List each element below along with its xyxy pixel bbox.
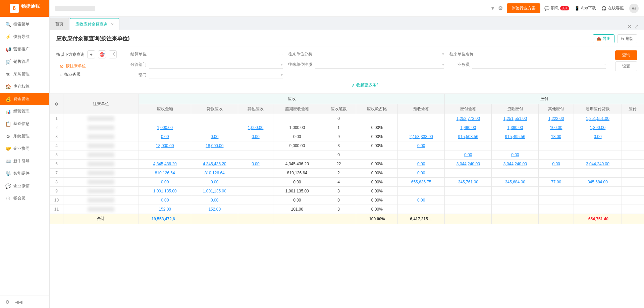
table-cell[interactable] (238, 196, 273, 205)
table-cell[interactable] (492, 196, 539, 205)
tab-close-icon[interactable]: × (111, 21, 114, 27)
table-cell[interactable]: 2,153,333.00 (398, 132, 445, 141)
cell-link[interactable]: 1,001,135.00 (153, 189, 177, 193)
table-cell[interactable]: 0.00 (574, 132, 622, 141)
sidebar-item-11[interactable]: 📖新手引导 (0, 155, 49, 167)
table-cell[interactable]: 0.00 (238, 132, 273, 141)
cell-link[interactable]: 100.00 (550, 125, 562, 130)
table-cell[interactable]: 18,000.00 (191, 141, 238, 150)
sidebar-item-10[interactable]: 🤝企业协同 (0, 142, 49, 155)
sidebar-item-5[interactable]: 🏠库存核算 (0, 80, 49, 93)
table-cell[interactable] (539, 187, 574, 196)
table-cell[interactable]: 345,684.00 (492, 178, 539, 187)
salesman-dots-icon[interactable]: ··· (602, 62, 606, 67)
sidebar-item-13[interactable]: 💬企业微信 (0, 180, 49, 192)
table-cell[interactable]: 0.00 (191, 178, 238, 187)
cell-link[interactable]: 4,345,436.20 (153, 162, 177, 166)
table-cell[interactable]: 0.00 (398, 141, 445, 150)
table-cell[interactable] (398, 114, 445, 123)
cell-link[interactable]: 3,044,240.00 (457, 162, 480, 166)
table-cell[interactable]: 0.00 (492, 150, 539, 160)
cell-link[interactable]: 0.00 (417, 198, 425, 203)
set-button[interactable]: 设置 (615, 61, 637, 71)
table-cell[interactable] (492, 169, 539, 178)
export-button[interactable]: 📤 导出 (593, 34, 614, 43)
table-cell[interactable] (445, 187, 492, 196)
table-cell[interactable] (191, 123, 238, 132)
table-cell[interactable]: 915,508.56 (445, 132, 492, 141)
table-cell[interactable]: 1,000.00 (238, 123, 273, 132)
table-cell[interactable] (539, 150, 574, 160)
table-cell[interactable] (238, 187, 273, 196)
table-cell[interactable] (238, 205, 273, 214)
tab-receivables[interactable]: 应收应付余额查询 × (70, 18, 119, 30)
dropdown-icon[interactable]: ▾ (491, 5, 494, 11)
tab-close-window-icon[interactable]: ✕ (627, 24, 632, 30)
table-cell[interactable]: 1,251,551.00 (574, 114, 622, 123)
cell-link[interactable]: 0.00 (464, 152, 472, 157)
table-cell[interactable]: 655,636.75 (398, 178, 445, 187)
cell-link[interactable]: 18,000.00 (206, 143, 223, 148)
cell-link[interactable]: 0.00 (161, 198, 169, 203)
cell-link[interactable]: 18,000.00 (156, 143, 174, 148)
settings-footer-icon[interactable]: ⚙ (5, 299, 10, 305)
cell-link[interactable]: 1,001,135.00 (203, 189, 226, 193)
cell-link[interactable]: 0.00 (417, 171, 425, 175)
table-cell[interactable]: 13.00 (539, 132, 574, 141)
table-cell[interactable]: 152.00 (191, 205, 238, 214)
table-cell[interactable] (574, 169, 622, 178)
sidebar-item-0[interactable]: 🔍搜索菜单 (0, 18, 49, 31)
tab-expand-icon[interactable]: ⤢ (634, 24, 639, 30)
cell-link[interactable]: 4,345,436.20 (203, 162, 226, 166)
table-cell[interactable]: 0.00 (191, 196, 238, 205)
cell-link[interactable]: 13.00 (551, 134, 561, 139)
sidebar-item-2[interactable]: 📢营销推广 (0, 43, 49, 55)
table-cell[interactable]: 1,001,135.00 (191, 187, 238, 196)
table-cell[interactable]: 345,761.00 (445, 178, 492, 187)
cell-link[interactable]: 810,126.64 (205, 171, 225, 175)
table-cell[interactable]: 1,251,551.00 (492, 114, 539, 123)
table-cell[interactable]: 0.00 (139, 132, 191, 141)
collapse-scheme-btn[interactable]: 《 (109, 50, 117, 58)
table-cell[interactable] (539, 196, 574, 205)
table-cell[interactable]: 100.00 (539, 123, 574, 132)
cell-link[interactable]: 3,044,240.00 (503, 162, 527, 166)
scheme-item-partner[interactable]: ⊙ 按往来单位 (60, 62, 113, 70)
edit-scheme-btn[interactable]: 🎯 (98, 50, 106, 58)
cell-link[interactable]: 0.00 (417, 143, 425, 148)
settings-header-cell[interactable]: ⚙ (50, 94, 63, 114)
table-cell[interactable] (574, 196, 622, 205)
cell-link[interactable]: 0.00 (161, 134, 169, 139)
cell-link[interactable]: 1,000.00 (248, 125, 264, 130)
cell-link[interactable]: 1,000.00 (157, 125, 173, 130)
table-cell[interactable]: 810,126.64 (139, 169, 191, 178)
cell-link[interactable]: 0.00 (211, 198, 218, 203)
cell-link[interactable]: 0.00 (417, 162, 425, 166)
table-cell[interactable]: 0.00 (398, 169, 445, 178)
settlement-input[interactable] (149, 50, 283, 58)
table-cell[interactable] (445, 196, 492, 205)
tab-home[interactable]: 首页 (50, 18, 69, 30)
table-cell[interactable]: 810,126.64 (191, 169, 238, 178)
table-cell[interactable] (238, 150, 273, 160)
table-cell[interactable]: 1,390.00 (574, 123, 622, 132)
cell-link[interactable]: 2,153,333.00 (410, 134, 433, 139)
cell-link[interactable]: 345,761.00 (458, 180, 478, 184)
table-cell[interactable] (574, 187, 622, 196)
query-button[interactable]: 查询 (615, 50, 637, 60)
header-gear-icon[interactable]: ⚙ (498, 5, 503, 11)
table-cell[interactable] (238, 141, 273, 150)
table-cell[interactable]: 0.00 (539, 160, 574, 169)
cell-link[interactable]: 1,251,551.00 (586, 116, 609, 121)
table-cell[interactable] (191, 150, 238, 160)
add-scheme-btn[interactable]: + (87, 50, 95, 58)
cell-link[interactable]: 152.00 (159, 207, 171, 212)
partner-name-input[interactable] (476, 50, 606, 58)
table-cell[interactable] (398, 123, 445, 132)
table-cell[interactable]: 4,345,436.20 (139, 160, 191, 169)
table-cell[interactable] (574, 141, 622, 150)
partner-nature-select[interactable]: ▾ (315, 61, 444, 69)
sidebar-item-7[interactable]: 📊经营管理 (0, 105, 49, 118)
salesman-input[interactable] (472, 61, 606, 69)
sidebar-item-6[interactable]: 💰资金管理 (0, 93, 49, 105)
